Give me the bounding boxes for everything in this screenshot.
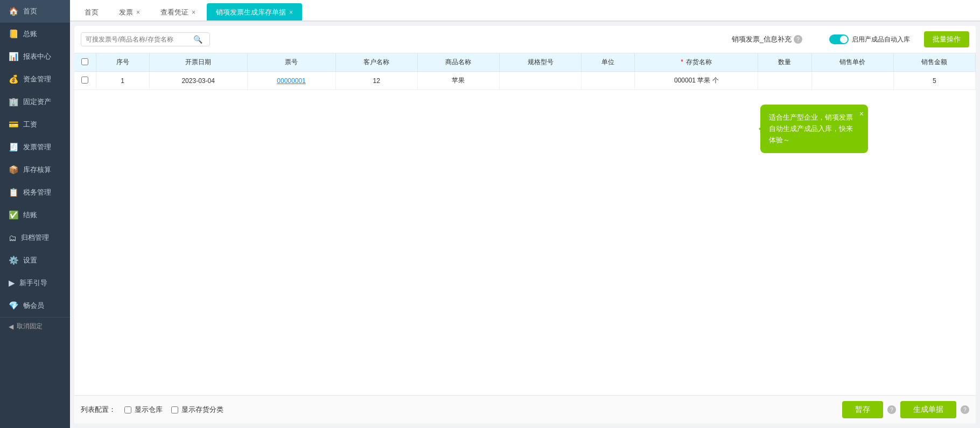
fund-icon: 💰 xyxy=(9,74,19,84)
search-icon: 🔍 xyxy=(193,35,202,44)
tab-home[interactable]: 首页 xyxy=(75,3,108,20)
generate-help-icon[interactable]: ? xyxy=(961,405,969,414)
row-customer: 12 xyxy=(335,72,417,90)
row-checkbox[interactable] xyxy=(81,77,88,84)
sidebar-item-label: 报表中心 xyxy=(23,52,51,61)
sidebar-item-tax[interactable]: 📋 税务管理 xyxy=(0,181,70,204)
show-category-label: 显示存货分类 xyxy=(181,405,223,415)
sidebar-item-ledger[interactable]: 📒 总账 xyxy=(0,23,70,45)
sidebar-item-label: 结账 xyxy=(23,210,37,220)
row-date: 2023-03-04 xyxy=(149,72,247,90)
toolbar: 🔍 销项发票_信息补充 ? 启用产成品自动入库 批量操作 xyxy=(74,26,976,53)
table-header-row: 序号 开票日期 票号 客户名称 商品名称 规格型号 单位 * 存货名称 数量 销… xyxy=(74,53,976,72)
tab-stockbill-label: 销项发票生成库存单据 xyxy=(216,8,286,17)
sidebar: 🏠 首页 📒 总账 📊 报表中心 💰 资金管理 🏢 固定资产 💳 工资 🧾 发票… xyxy=(0,0,70,428)
settings-icon: ⚙️ xyxy=(9,256,19,265)
sidebar-item-label: 库存核算 xyxy=(23,165,51,175)
inventory-icon: 📦 xyxy=(9,165,19,175)
tab-home-label: 首页 xyxy=(85,8,99,17)
sidebar-item-label: 新手引导 xyxy=(19,278,47,288)
info-label: 销项发票_信息补充 ? xyxy=(732,34,802,44)
col-product: 商品名称 xyxy=(417,53,499,72)
tab-stockbill-close[interactable]: × xyxy=(289,9,293,16)
generate-button[interactable]: 生成单据 xyxy=(900,401,956,418)
sidebar-item-label: 首页 xyxy=(23,6,37,16)
show-category-group: 显示存货分类 xyxy=(171,405,223,415)
checkout-icon: ✅ xyxy=(9,210,19,220)
tax-icon: 📋 xyxy=(9,188,19,197)
save-help-icon[interactable]: ? xyxy=(887,405,896,414)
row-ticket-no[interactable]: 00000001 xyxy=(247,72,335,90)
pin-label: 取消固定 xyxy=(17,322,43,331)
help-icon[interactable]: ? xyxy=(794,35,802,44)
search-box[interactable]: 🔍 xyxy=(81,32,210,46)
save-button[interactable]: 暂存 xyxy=(842,401,883,418)
col-qty: 数量 xyxy=(758,53,811,72)
table-container: 序号 开票日期 票号 客户名称 商品名称 规格型号 单位 * 存货名称 数量 销… xyxy=(74,53,976,395)
sidebar-item-label: 资金管理 xyxy=(23,74,51,84)
footer-actions: 暂存 ? 生成单据 ? xyxy=(842,401,969,418)
row-spec xyxy=(500,72,582,90)
home-icon: 🏠 xyxy=(9,6,19,16)
tooltip-text: 适合生产型企业，销项发票自动生成产成品入库，快来体验～ xyxy=(769,113,853,144)
pin-button[interactable]: ◀ 取消固定 xyxy=(0,317,70,335)
sidebar-item-vip[interactable]: 💎 畅会员 xyxy=(0,294,70,317)
sidebar-item-fund[interactable]: 💰 资金管理 xyxy=(0,68,70,91)
invoice-icon: 🧾 xyxy=(9,142,19,152)
col-ticket-no: 票号 xyxy=(247,53,335,72)
tooltip-close-button[interactable]: × xyxy=(859,108,864,120)
row-qty xyxy=(758,72,811,90)
row-inventory: 000001 苹果 个 xyxy=(635,72,758,90)
guide-icon: ▶ xyxy=(9,278,15,288)
sidebar-item-label: 发票管理 xyxy=(23,142,51,152)
show-warehouse-label: 显示仓库 xyxy=(135,405,163,415)
data-table: 序号 开票日期 票号 客户名称 商品名称 规格型号 单位 * 存货名称 数量 销… xyxy=(74,53,976,90)
sidebar-item-settings[interactable]: ⚙️ 设置 xyxy=(0,249,70,272)
toggle-knob xyxy=(840,36,848,43)
sidebar-item-label: 固定资产 xyxy=(23,97,51,107)
tab-invoice-close[interactable]: × xyxy=(136,9,140,16)
sidebar-item-asset[interactable]: 🏢 固定资产 xyxy=(0,91,70,113)
list-config-label: 列表配置： xyxy=(81,405,116,415)
col-date: 开票日期 xyxy=(149,53,247,72)
tab-invoice[interactable]: 发票 × xyxy=(110,3,149,20)
tab-voucher[interactable]: 查看凭证 × xyxy=(151,3,205,20)
archive-icon: 🗂 xyxy=(9,233,17,243)
row-price xyxy=(811,72,893,90)
search-input[interactable] xyxy=(86,36,193,43)
table-body: 1 2023-03-04 00000001 12 苹果 000001 苹果 个 … xyxy=(74,72,976,90)
sidebar-item-label: 工资 xyxy=(23,120,37,129)
sidebar-item-salary[interactable]: 💳 工资 xyxy=(0,113,70,136)
show-category-checkbox[interactable] xyxy=(171,406,178,413)
row-checkbox-cell xyxy=(74,72,96,90)
sidebar-item-inventory[interactable]: 📦 库存核算 xyxy=(0,158,70,181)
row-product: 苹果 xyxy=(417,72,499,90)
footer-bar: 列表配置： 显示仓库 显示存货分类 暂存 ? 生成单据 ? xyxy=(74,395,976,424)
col-checkbox xyxy=(74,53,96,72)
select-all-checkbox[interactable] xyxy=(81,58,88,65)
tab-voucher-close[interactable]: × xyxy=(192,9,195,16)
col-unit: 单位 xyxy=(582,53,635,72)
col-seq: 序号 xyxy=(96,53,149,72)
col-spec: 规格型号 xyxy=(500,53,582,72)
sidebar-item-label: 设置 xyxy=(23,256,37,265)
sidebar-item-label: 归档管理 xyxy=(21,233,49,243)
tab-voucher-label: 查看凭证 xyxy=(160,8,188,17)
auto-warehouse-toggle[interactable] xyxy=(829,34,849,44)
row-unit xyxy=(582,72,635,90)
tooltip-popup: × 适合生产型企业，销项发票自动生成产成品入库，快来体验～ xyxy=(760,105,868,153)
sidebar-item-archive[interactable]: 🗂 归档管理 xyxy=(0,226,70,249)
sidebar-item-report[interactable]: 📊 报表中心 xyxy=(0,45,70,68)
salary-icon: 💳 xyxy=(9,120,19,129)
ledger-icon: 📒 xyxy=(9,29,19,39)
sidebar-item-label: 税务管理 xyxy=(23,188,51,197)
col-inventory: * 存货名称 xyxy=(635,53,758,72)
sidebar-item-label: 总账 xyxy=(23,29,37,39)
batch-button[interactable]: 批量操作 xyxy=(924,31,969,47)
sidebar-item-invoice[interactable]: 🧾 发票管理 xyxy=(0,136,70,158)
sidebar-item-guide[interactable]: ▶ 新手引导 xyxy=(0,272,70,294)
tab-stockbill[interactable]: 销项发票生成库存单据 × xyxy=(207,3,302,20)
sidebar-item-checkout[interactable]: ✅ 结账 xyxy=(0,204,70,226)
show-warehouse-checkbox[interactable] xyxy=(124,406,131,413)
sidebar-item-home[interactable]: 🏠 首页 xyxy=(0,0,70,23)
